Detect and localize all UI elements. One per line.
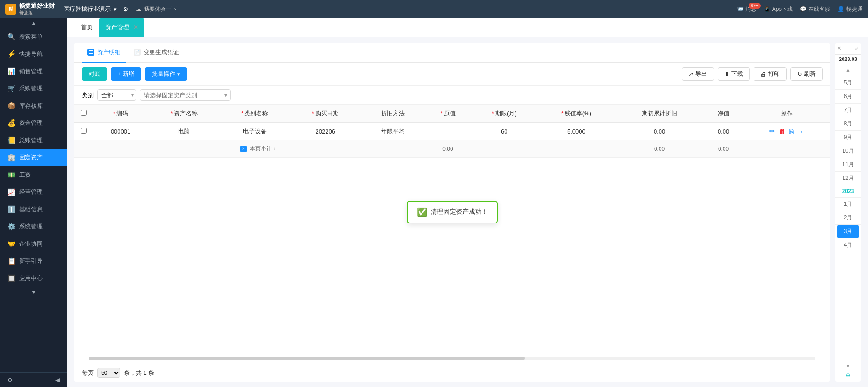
td-original-value: [425, 123, 471, 140]
experience-btn[interactable]: ☁ 我要体验一下: [136, 5, 177, 13]
tab-home[interactable]: 首页: [74, 18, 99, 37]
sidebar-item-purchase[interactable]: 🛒 采购管理: [0, 80, 67, 97]
sub-tab-change-voucher[interactable]: 📄 变更生成凭证: [128, 43, 184, 63]
category-input[interactable]: [140, 89, 231, 101]
category-select[interactable]: 全部 电子设备 机械设备 运输工具 房屋建筑: [97, 89, 136, 101]
ledger-icon: 📒: [7, 136, 15, 144]
delete-icon[interactable]: 🗑: [779, 128, 786, 135]
service-icon: 💬: [800, 6, 807, 12]
new-button[interactable]: + 新增: [111, 67, 141, 81]
timeline-item-9[interactable]: 9月: [835, 131, 861, 144]
settings-icon[interactable]: ⚙: [123, 6, 129, 13]
timeline-item-3[interactable]: 3月: [837, 225, 859, 238]
per-page-select[interactable]: 10 20 50 100: [97, 368, 120, 378]
download-icon: ⬇: [724, 71, 729, 78]
sidebar-label-search: 搜索菜单: [19, 33, 43, 41]
export-button[interactable]: ↗ 导出: [682, 67, 714, 81]
quick-nav-icon: ⚡: [7, 50, 15, 58]
sub-tab-asset-detail[interactable]: ☰ 资产明细: [82, 43, 126, 63]
reconcile-button[interactable]: 对账: [82, 67, 107, 81]
sidebar-item-app-center[interactable]: 🔲 应用中心: [0, 270, 67, 287]
sidebar-item-system[interactable]: ⚙️ 系统管理: [0, 218, 67, 235]
timeline-item-10[interactable]: 10月: [835, 144, 861, 158]
sidebar-item-sales[interactable]: 📊 销售管理: [0, 63, 67, 80]
timeline-close-icon[interactable]: ✕: [837, 45, 841, 51]
sidebar-item-ledger[interactable]: 📒 总账管理: [0, 132, 67, 149]
sidebar-item-payroll[interactable]: 💵 工资: [0, 166, 67, 184]
row-checkbox[interactable]: [81, 128, 87, 134]
assets-table: *编码 *资产名称 *类别名称 *购买日期 折旧方法 *原值 *期限(月) *残…: [74, 105, 830, 158]
sidebar: ▲ 🔍 搜索菜单 ⚡ 快捷导航 📊 销售管理 🛒 采购管理 📦 库存核算 💰 资…: [0, 18, 67, 387]
sidebar-scroll-down[interactable]: ▼: [0, 287, 67, 297]
refresh-icon: ↻: [797, 71, 802, 78]
sidebar-item-finance[interactable]: 💰 资金管理: [0, 114, 67, 132]
sidebar-item-basic-info[interactable]: ℹ️ 基础信息: [0, 201, 67, 218]
th-code: *编码: [93, 105, 149, 123]
horizontal-scrollbar-wrapper: [74, 353, 830, 364]
tab-close-icon[interactable]: ✕: [134, 24, 138, 30]
sidebar-settings-icon[interactable]: ⚙: [7, 377, 13, 383]
company-selector[interactable]: 医疗器械行业演示 ▾ ⚙: [64, 5, 129, 13]
more-icon[interactable]: ↔: [797, 128, 804, 135]
edit-icon[interactable]: ✏: [769, 127, 775, 135]
page-content: ☰ 资产明细 📄 变更生成凭证 对账 + 新增: [67, 37, 868, 387]
top-bar: 财 畅捷通好业财 普及版 医疗器械行业演示 ▾ ⚙ ☁ 我要体验一下 📨 消息 …: [0, 0, 868, 18]
th-net-value: 净值: [704, 105, 743, 123]
subtotal-row: Σ 本页小计： 0.00 0.00 0.00: [74, 140, 830, 158]
th-category: *类别名称: [219, 105, 290, 123]
timeline-item-7[interactable]: 7月: [835, 104, 861, 117]
action-icons: ✏ 🗑 ⎘ ↔: [747, 127, 826, 135]
subtotal-net-value: 0.00: [704, 140, 743, 158]
sidebar-item-search[interactable]: 🔍 搜索菜单: [0, 28, 67, 45]
user-menu[interactable]: 👤 畅捷通: [838, 5, 863, 13]
sidebar-item-operation[interactable]: 📈 经营管理: [0, 184, 67, 201]
sidebar-scroll-up[interactable]: ▲: [0, 18, 67, 28]
sidebar-item-quick-nav[interactable]: ⚡ 快捷导航: [0, 45, 67, 63]
td-initial-dep: 0.00: [615, 123, 704, 140]
timeline-bottom-controls: ▼ ⊕: [835, 360, 861, 382]
total-label: 条，共 1 条: [124, 369, 154, 377]
logo-icon: 财: [5, 4, 16, 15]
td-checkbox: [74, 123, 93, 140]
timeline-down-btn[interactable]: ▼: [843, 362, 853, 371]
online-service-btn[interactable]: 💬 在线客服: [800, 5, 830, 13]
tab-asset-mgmt[interactable]: 资产管理 ✕: [99, 18, 144, 37]
timeline-item-1[interactable]: 1月: [835, 198, 861, 211]
app-download-btn[interactable]: 📱 App下载: [764, 5, 793, 13]
main-panel: ☰ 资产明细 📄 变更生成凭证 对账 + 新增: [74, 43, 830, 382]
timeline-expand-btn[interactable]: ⊕: [843, 371, 853, 380]
sidebar-label-finance: 资金管理: [19, 119, 43, 127]
timeline-scroll-up: ▲: [835, 64, 861, 76]
horizontal-scrollbar[interactable]: [89, 357, 815, 360]
sidebar-item-cooperation[interactable]: 🤝 企业协同: [0, 235, 67, 253]
print-button[interactable]: 🖨 打印: [754, 67, 787, 81]
timeline-item-8[interactable]: 8月: [835, 117, 861, 131]
timeline-expand-icon[interactable]: ⤢: [855, 45, 859, 51]
timeline-item-12[interactable]: 12月: [835, 172, 861, 185]
copy-icon[interactable]: ⎘: [789, 128, 794, 135]
timeline-up-btn[interactable]: ▲: [843, 65, 853, 74]
timeline-item-6[interactable]: 6月: [835, 90, 861, 104]
timeline-item-5[interactable]: 5月: [835, 76, 861, 90]
sidebar-item-guide[interactable]: 📋 新手引导: [0, 253, 67, 270]
th-original-value: *原值: [425, 105, 471, 123]
sidebar-item-fixed-assets[interactable]: 🏢 固定资产: [0, 149, 67, 166]
timeline-item-year-2023[interactable]: 2023: [835, 185, 861, 198]
download-button[interactable]: ⬇ 下载: [718, 67, 750, 81]
timeline-item-4[interactable]: 4月: [835, 238, 861, 252]
asset-detail-tab-icon: ☰: [87, 49, 94, 56]
td-net-value: 0.00: [704, 123, 743, 140]
sidebar-label-payroll: 工资: [19, 171, 31, 179]
timeline-item-2[interactable]: 2月: [835, 211, 861, 225]
refresh-button[interactable]: ↻ 刷新: [790, 67, 823, 81]
change-voucher-tab-icon: 📄: [134, 49, 141, 56]
timeline-item-11[interactable]: 11月: [835, 158, 861, 172]
td-purchase-date: 202206: [290, 123, 361, 140]
sidebar-item-inventory[interactable]: 📦 库存核算: [0, 97, 67, 114]
sidebar-collapse-icon[interactable]: ◀: [55, 377, 60, 383]
select-all-checkbox[interactable]: [81, 110, 87, 116]
notifications-btn[interactable]: 📨 消息 99+: [737, 5, 756, 13]
fixed-assets-icon: 🏢: [7, 154, 15, 162]
cooperation-icon: 🤝: [7, 240, 15, 248]
batch-ops-button[interactable]: 批量操作 ▾: [145, 67, 187, 81]
